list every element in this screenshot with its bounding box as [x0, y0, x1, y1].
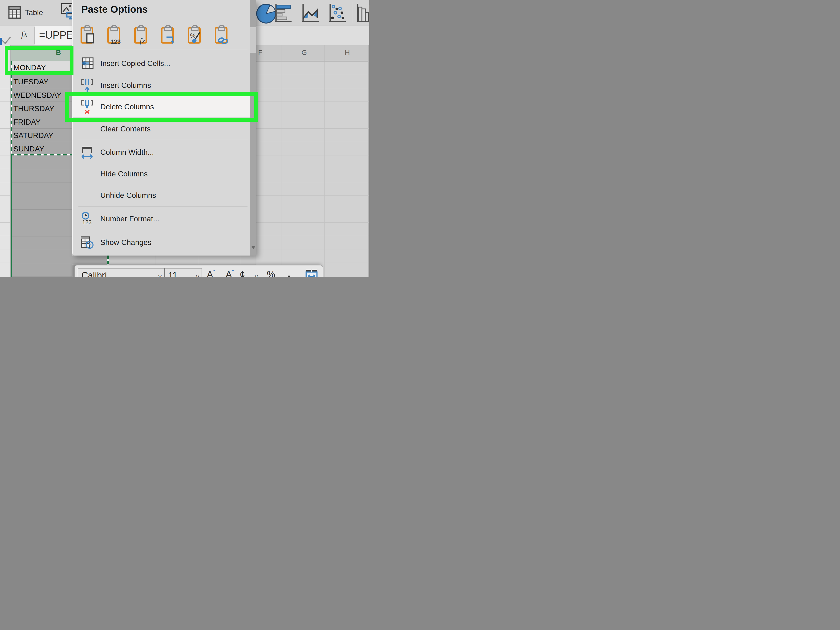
shrink-font-button[interactable]: Aˇ: [226, 269, 234, 277]
show-changes-icon: [80, 235, 95, 249]
gridline: [368, 45, 369, 277]
menu-item-number-format[interactable]: 123 Number Format...: [73, 212, 252, 226]
sheet-left-region: B MONDAY TUESDAY WEDNESDAY THURSDAY FRID…: [0, 45, 72, 277]
cell-b2[interactable]: TUESDAY: [13, 75, 72, 88]
enter-checkmark-icon[interactable]: [2, 37, 11, 44]
menu-item-show-changes[interactable]: Show Changes: [73, 235, 252, 249]
gridline: [256, 128, 369, 129]
svg-text:%: %: [190, 32, 196, 39]
menu-item-label: Number Format...: [100, 215, 159, 223]
menu-item-insert-copied-cells[interactable]: Insert Copied Cells...: [73, 56, 252, 71]
column-b-selected-body: MONDAY TUESDAY WEDNESDAY THURSDAY FRIDAY…: [11, 61, 72, 277]
cell-b3[interactable]: WEDNESDAY: [13, 88, 72, 102]
gridline: [256, 182, 369, 182]
paste-options-row: 123 fx: [80, 24, 245, 47]
cell-b7[interactable]: SUNDAY: [13, 142, 72, 156]
svg-text:123: 123: [111, 38, 121, 45]
paste-options-header: Paste Options: [81, 4, 148, 15]
menu-item-label: Show Changes: [100, 238, 152, 247]
percent-format-button[interactable]: %: [267, 269, 275, 277]
menu-item-label: Clear Contents: [100, 125, 150, 133]
number-format-icon: 123: [80, 212, 95, 226]
menu-item-label: Insert Columns: [100, 81, 151, 90]
line-chart-icon[interactable]: [302, 3, 320, 23]
menu-item-label: Unhide Columns: [100, 191, 156, 200]
column-header-f[interactable]: F: [258, 49, 262, 57]
menu-scrollbar-thumb[interactable]: [250, 27, 256, 53]
ribbon-group-divider: [352, 2, 352, 23]
insert-columns-icon: [80, 78, 95, 93]
bar-chart-icon[interactable]: [275, 3, 292, 23]
formula-bar-right: [256, 25, 369, 45]
table-icon: [8, 5, 21, 19]
name-box-edge: [0, 38, 2, 45]
insert-function-icon[interactable]: fx: [21, 29, 28, 39]
formula-bar-divider: [35, 27, 35, 44]
menu-item-unhide-columns[interactable]: Unhide Columns: [73, 188, 252, 202]
gridline: [256, 209, 369, 209]
chevron-down-icon[interactable]: ˅: [254, 273, 259, 277]
menu-item-label: Insert Copied Cells...: [100, 59, 170, 68]
table-button-label: Table: [25, 8, 43, 17]
annotation-box-delete-columns: [65, 92, 258, 122]
menu-separator: [79, 140, 248, 140]
menu-item-label: Hide Columns: [100, 170, 148, 178]
paste-link-icon[interactable]: [214, 24, 230, 46]
gridline: [256, 222, 369, 223]
scroll-down-arrow-icon[interactable]: [251, 246, 256, 249]
font-size-select[interactable]: 11 ˅: [164, 268, 202, 277]
menu-item-hide-columns[interactable]: Hide Columns: [73, 166, 252, 181]
autofit-width-icon[interactable]: [305, 269, 318, 277]
svg-text:fx: fx: [140, 36, 145, 45]
comma-format-button[interactable]: ,: [287, 264, 291, 277]
marching-ants-bottom-border: [11, 154, 72, 155]
svg-text:123: 123: [82, 219, 92, 226]
cell-b4[interactable]: THURSDAY: [13, 102, 72, 115]
selection-border-green: [11, 155, 12, 277]
column-a-sliver: [0, 45, 11, 277]
gridline: [256, 101, 369, 102]
excel-screenshot: Table: [0, 0, 369, 277]
menu-item-column-width[interactable]: Column Width...: [73, 145, 252, 159]
paste-formatting-icon[interactable]: %: [187, 24, 203, 46]
insert-table-button[interactable]: Table: [8, 3, 53, 22]
menu-separator: [79, 206, 248, 207]
column-header-h[interactable]: H: [345, 49, 350, 57]
column-header-row: [256, 45, 369, 62]
chevron-down-icon: ˅: [158, 273, 162, 277]
font-size-value: 11: [168, 270, 177, 277]
currency-format-button[interactable]: ¢: [240, 269, 245, 277]
annotation-box-column-b: [5, 46, 73, 75]
sheet-right-region: F G H: [256, 45, 369, 277]
font-name-select[interactable]: Calibri ˅: [78, 268, 165, 277]
gridline: [281, 45, 281, 277]
paste-transpose-icon[interactable]: [160, 24, 176, 46]
cell-b5[interactable]: FRIDAY: [13, 115, 72, 129]
gridline: [256, 88, 369, 88]
insert-copied-cells-icon: [80, 56, 95, 71]
chevron-down-icon: ˅: [196, 273, 200, 277]
floating-format-toolbar: Calibri ˅ 11 ˅ Aˆ Aˇ ¢ ˅ % ,: [74, 265, 323, 277]
gridline: [325, 45, 325, 277]
cell-b6[interactable]: SATURDAY: [13, 129, 72, 142]
menu-separator: [79, 230, 248, 230]
paste-formulas-icon[interactable]: fx: [134, 24, 149, 46]
scatter-chart-icon[interactable]: [329, 3, 347, 23]
font-name-value: Calibri: [82, 270, 107, 277]
column-width-icon: [80, 145, 95, 159]
pie-chart-icon[interactable]: [254, 2, 278, 24]
grow-font-button[interactable]: Aˆ: [207, 269, 215, 277]
column-header-g[interactable]: G: [302, 49, 307, 57]
gridline: [256, 169, 369, 169]
histogram-chart-icon[interactable]: [356, 3, 369, 23]
menu-item-label: Column Width...: [100, 148, 154, 156]
gridline: [256, 249, 369, 249]
context-menu: Paste Options 123: [72, 0, 256, 256]
menu-item-insert-columns[interactable]: Insert Columns: [73, 78, 252, 93]
gridline: [256, 142, 369, 142]
menu-separator: [79, 50, 248, 50]
paste-icon[interactable]: [80, 24, 95, 46]
menu-item-clear-contents[interactable]: Clear Contents: [73, 122, 252, 136]
paste-values-icon[interactable]: 123: [107, 24, 122, 46]
